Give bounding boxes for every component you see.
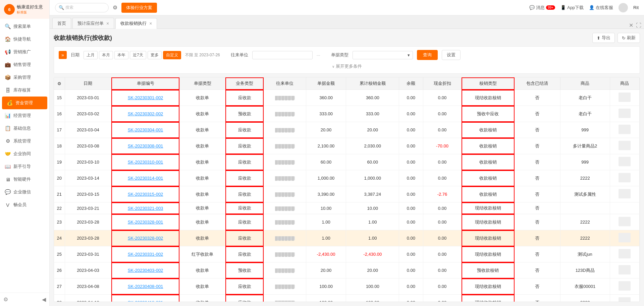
order-link[interactable]: SK-20230302-002 <box>128 111 163 116</box>
sidebar-item-search[interactable]: 🔍 搜索菜单 <box>0 20 49 33</box>
sidebar-item-system[interactable]: ⚙ 系统管理 <box>0 135 49 147</box>
tab-payable-close[interactable]: × <box>106 21 109 26</box>
sidebar-item-operations[interactable]: 📊 经营管理 <box>0 109 49 122</box>
order-link[interactable]: SK-20230403-002 <box>128 268 163 273</box>
td-amount: 20.00 <box>306 262 346 279</box>
order-link[interactable]: SK-20230314-001 <box>128 176 163 181</box>
td-discount: 0.00 <box>423 295 462 302</box>
date-btn-last-month[interactable]: 上月 <box>84 51 98 59</box>
industry-btn[interactable]: 体验行业方案 <box>121 3 157 13</box>
date-btn-custom[interactable]: 自定义 <box>163 51 181 59</box>
voucher-type-select[interactable]: ▾ <box>353 51 413 59</box>
online-service-btn[interactable]: 👤 在线客服 <box>589 5 613 11</box>
sidebar-item-purchase[interactable]: 📦 采购管理 <box>0 71 49 84</box>
expand-tabs-btn[interactable]: ⛶ <box>636 22 641 28</box>
partner-input[interactable] <box>252 51 313 59</box>
td-included: 否 <box>515 186 560 202</box>
refresh-btn[interactable]: ↻ 刷新 <box>618 33 640 43</box>
sidebar-item-quick[interactable]: 🏠 快捷导航 <box>0 33 49 46</box>
filter-area: » 日期 上月 本月 本年 近7天 更多 自定义 不限 至 2023-07-26… <box>54 46 640 74</box>
close-all-btn[interactable]: ✕ <box>629 22 633 28</box>
sidebar-item-basic[interactable]: 📋 基础信息 <box>0 122 49 135</box>
order-link[interactable]: SK-20230310-001 <box>128 160 163 165</box>
order-link[interactable]: SK-20230304-001 <box>128 127 163 132</box>
date-btn-more[interactable]: 更多 <box>148 51 162 59</box>
sidebar-item-vip[interactable]: V 畅会员 <box>0 198 49 211</box>
sidebar-item-wechat[interactable]: 💬 企业微信 <box>0 186 49 198</box>
guide-icon: 📖 <box>5 164 11 170</box>
td-product1: 老白干 <box>560 106 610 122</box>
collapse-icon[interactable]: ◀ <box>42 296 46 303</box>
td-verified: 1.00 <box>346 214 399 230</box>
order-link[interactable]: SK-20230408-001 <box>128 284 163 289</box>
expand-conditions-btn[interactable]: ∨ 展开更多条件 <box>329 63 365 70</box>
td-product2 <box>610 186 639 202</box>
th-discount: 现金折扣 <box>423 77 462 90</box>
td-partner: ██████ <box>264 202 306 214</box>
td-no: 20 <box>54 170 65 186</box>
table-row: 22 2023-03-21 SK-20230321-003 收款单 应收款 ██… <box>54 202 640 214</box>
messages-btn[interactable]: 💬 消息 99+ <box>529 5 555 11</box>
order-link[interactable]: SK-20230315-002 <box>128 192 163 197</box>
product-thumb <box>619 109 631 118</box>
td-verified: 10.00 <box>346 202 399 214</box>
settings-icon[interactable]: ⚙ <box>3 296 8 303</box>
basic-icon: 📋 <box>5 125 11 131</box>
tab-home[interactable]: 首页 <box>52 18 71 28</box>
td-verified: 1.00 <box>346 230 399 246</box>
order-link[interactable]: SK-20230331-002 <box>128 252 163 257</box>
topbar-gear-icon[interactable]: ⚙ <box>113 4 117 11</box>
product-thumb <box>619 217 631 226</box>
sidebar-bottom: ⚙ ◀ <box>0 293 49 306</box>
table-row: 19 2023-03-10 SK-20230310-001 收款单 应收款 ██… <box>54 154 640 170</box>
sidebar-item-inventory[interactable]: 🗄 库存核算 <box>0 84 49 97</box>
td-product2 <box>610 106 639 122</box>
topbar: 🔍 搜索 ⚙ 体验行业方案 💬 消息 99+ 📱 App下载 👤 在线客服 Ri… <box>50 0 644 15</box>
date-btn-this-month[interactable]: 本月 <box>99 51 113 59</box>
filter-toggle-btn[interactable]: » <box>59 51 67 59</box>
order-link[interactable]: SK-20230328-002 <box>128 236 163 241</box>
td-order-no: SK-20230302-002 <box>111 106 180 122</box>
filter-settings-btn[interactable]: 设置 <box>442 50 461 60</box>
td-balance: 0.00 <box>399 154 423 170</box>
td-verified: -2,430.00 <box>346 246 399 262</box>
td-partner: ██████ <box>264 90 306 106</box>
order-link[interactable]: SK-20230418-001 <box>128 300 163 302</box>
td-voucher-type: 收款单 <box>179 154 225 170</box>
td-no: 18 <box>54 138 65 154</box>
tab-payable[interactable]: 预计应应付单 × <box>72 18 114 28</box>
tab-collection-close[interactable]: × <box>149 21 152 26</box>
order-link[interactable]: SK-20230328-001 <box>128 220 163 225</box>
td-voucher-type: 收款单 <box>179 295 225 302</box>
td-write-type: 收款核销 <box>462 138 515 154</box>
td-write-type: 现结收款核销 <box>462 202 515 214</box>
order-link[interactable]: SK-20230308-001 <box>128 143 163 148</box>
sidebar-item-guide[interactable]: 📖 新手引导 <box>0 160 49 173</box>
app-download-btn[interactable]: 📱 App下载 <box>560 5 584 11</box>
enterprise-icon: 🤝 <box>5 151 11 157</box>
sidebar-item-marketing[interactable]: 📢 营销推广 <box>0 46 49 58</box>
order-link[interactable]: SK-20230321-003 <box>128 206 163 211</box>
date-btn-7days[interactable]: 近7天 <box>130 51 146 59</box>
date-btn-this-year[interactable]: 本年 <box>114 51 128 59</box>
table-container[interactable]: ⚙ 日期 单据编号 单据类型 业务类型 往来单位 单据金额 累计核销金额 余额 … <box>54 77 640 302</box>
export-btn[interactable]: ⬆ 导出 <box>592 33 615 43</box>
td-order-no: SK-20230308-001 <box>111 138 180 154</box>
td-voucher-type: 收款单 <box>179 106 225 122</box>
td-amount: 60.00 <box>306 154 346 170</box>
app-icon: 📱 <box>560 5 566 10</box>
sidebar-item-finance[interactable]: 💰 资金管理 <box>2 97 47 109</box>
td-product1: 2222 <box>560 230 610 246</box>
order-link[interactable]: SK-20230301-002 <box>128 95 163 100</box>
query-btn[interactable]: 查询 <box>417 50 438 60</box>
td-discount: -2.76 <box>423 186 462 202</box>
td-verified: 360.00 <box>346 90 399 106</box>
table-row: 21 2023-03-15 SK-20230315-002 收款单 应收款 ██… <box>54 186 640 202</box>
sidebar-item-hardware[interactable]: 🖥 智能硬件 <box>0 173 49 186</box>
td-verified: 3,387.24 <box>346 186 399 202</box>
sidebar-item-sales[interactable]: 💼 销售管理 <box>0 58 49 71</box>
sidebar-item-enterprise[interactable]: 🤝 企业协同 <box>0 147 49 160</box>
tab-collection[interactable]: 收款核销执行 × <box>115 18 157 29</box>
td-partner: ██████ <box>264 122 306 138</box>
sales-icon: 💼 <box>5 62 11 68</box>
